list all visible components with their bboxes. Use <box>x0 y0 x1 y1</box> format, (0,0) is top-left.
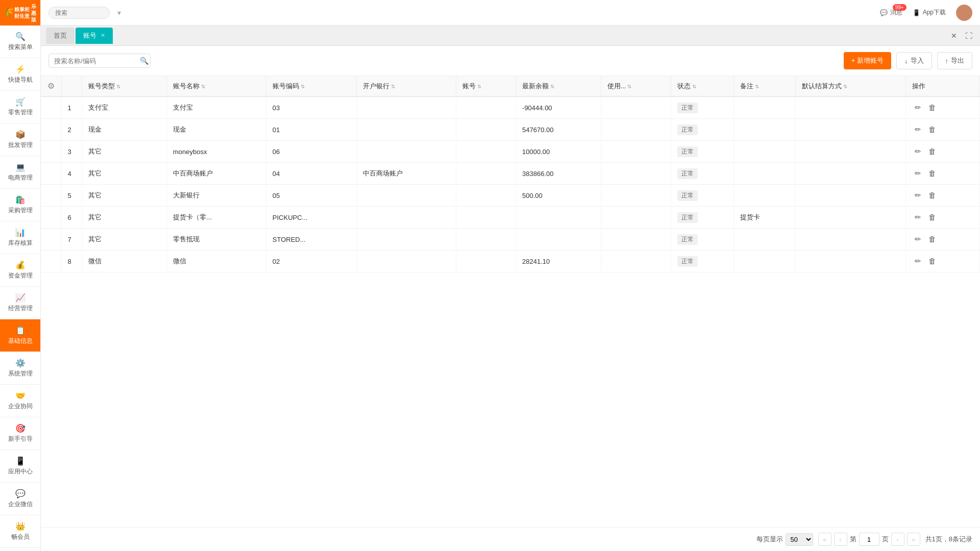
app-download-button[interactable]: 📱 App下载 <box>913 8 946 17</box>
prev-page-button[interactable]: ‹ <box>834 533 847 546</box>
row-account-no <box>456 119 516 141</box>
edit-button[interactable]: ✏ <box>912 146 924 157</box>
sidebar-item-retail-mgmt[interactable]: 🛒零售管理 <box>0 91 40 123</box>
enterprise-agreement-label: 企业协同 <box>8 403 33 410</box>
sidebar-item-enterprise-wechat[interactable]: 💬企业微信 <box>0 483 40 515</box>
edit-button[interactable]: ✏ <box>912 102 924 113</box>
sidebar-item-member[interactable]: 👑畅会员 <box>0 515 40 548</box>
edit-button[interactable]: ✏ <box>912 256 924 267</box>
delete-button[interactable]: 🗑 <box>926 168 939 179</box>
purchase-mgmt-icon: 🛍️ <box>3 195 38 205</box>
edit-button[interactable]: ✏ <box>912 168 924 179</box>
row-account-code: 02 <box>266 251 356 272</box>
top-search-input[interactable] <box>48 7 110 19</box>
row-remark: 提货卡 <box>734 207 796 229</box>
edit-button[interactable]: ✏ <box>912 234 924 245</box>
sidebar-item-new-guide[interactable]: 🎯新手引导 <box>0 417 40 450</box>
tab-fullscreen-button[interactable]: ⛶ <box>963 30 975 42</box>
sidebar-item-finance-mgmt[interactable]: 💰资金管理 <box>0 254 40 287</box>
bank-col-header[interactable]: 开户银行⇅ <box>356 76 456 96</box>
default-settlement-col-header[interactable]: 默认结算方式⇅ <box>796 76 906 96</box>
tab-home[interactable]: 首页 <box>46 28 75 44</box>
topbar-left: ▾ <box>48 7 121 19</box>
app-download-label: App下载 <box>923 8 946 17</box>
message-button[interactable]: 💬 消息 99+ <box>880 8 902 17</box>
edit-button[interactable]: ✏ <box>912 212 924 223</box>
remark-col-header[interactable]: 备注⇅ <box>734 76 796 96</box>
sort-icon: ⇅ <box>201 84 205 89</box>
edit-button[interactable]: ✏ <box>912 124 924 135</box>
settings-col-header[interactable]: ⚙ <box>41 76 61 96</box>
toolbar-buttons: + 新增账号 ↓ 导入 ↑ 导出 <box>844 52 972 69</box>
row-bank <box>356 185 456 207</box>
status-badge: 正常 <box>677 190 698 201</box>
table-row: 4 其它 中百商场账户 04 中百商场账户 383866.00 正常 ✏ 🗑 <box>41 163 980 185</box>
delete-button[interactable]: 🗑 <box>926 102 939 113</box>
usage-col-header[interactable]: 使用...⇅ <box>601 76 671 96</box>
column-settings-icon[interactable]: ⚙ <box>47 82 55 90</box>
balance-col-header[interactable]: 最新余额⇅ <box>516 76 601 96</box>
row-account-name: 中百商场账户 <box>166 163 266 185</box>
delete-button[interactable]: 🗑 <box>926 212 939 222</box>
delete-button[interactable]: 🗑 <box>926 146 939 157</box>
accounts-table: ⚙ 账号类型⇅ 账号名称⇅ 账号编码⇅ 开户银行⇅ 账号⇅ 最新余额⇅ 使用..… <box>41 76 980 272</box>
table-row: 5 其它 大新银行 05 500.00 正常 ✏ 🗑 <box>41 185 980 207</box>
delete-button[interactable]: 🗑 <box>926 256 939 266</box>
sidebar-item-quick-nav[interactable]: ⚡快捷导航 <box>0 58 40 91</box>
sidebar-item-purchase-mgmt[interactable]: 🛍️采购管理 <box>0 189 40 221</box>
delete-button[interactable]: 🗑 <box>926 124 939 135</box>
row-bank <box>356 96 456 119</box>
export-icon: ↑ <box>945 57 949 65</box>
first-page-button[interactable]: « <box>818 533 831 546</box>
sidebar-item-wholesale-mgmt[interactable]: 📦批发管理 <box>0 123 40 156</box>
account-type-col-header[interactable]: 账号类型⇅ <box>82 76 166 96</box>
row-settings <box>41 185 61 207</box>
status-col-header[interactable]: 状态⇅ <box>671 76 734 96</box>
tab-close-all-button[interactable]: ✕ <box>948 30 960 42</box>
row-account-no <box>456 207 516 229</box>
sidebar-item-operation-mgmt[interactable]: 📈经营管理 <box>0 287 40 319</box>
account-name-col-header[interactable]: 账号名称⇅ <box>166 76 266 96</box>
sidebar-item-enterprise-agreement[interactable]: 🤝企业协同 <box>0 385 40 417</box>
row-account-no <box>456 163 516 185</box>
sidebar-item-app-center[interactable]: 📱应用中心 <box>0 450 40 483</box>
row-index: 6 <box>61 207 82 229</box>
sidebar-item-basic-info[interactable]: 📋基础信息 <box>0 319 40 352</box>
page-input[interactable] <box>859 533 879 546</box>
row-status: 正常 <box>671 96 734 119</box>
search-icon[interactable]: 🔍 <box>140 57 149 65</box>
sort-icon: ⇅ <box>391 84 395 89</box>
tab-close-account[interactable]: ✕ <box>101 32 105 39</box>
delete-button[interactable]: 🗑 <box>926 190 939 201</box>
row-account-code: 01 <box>266 119 356 141</box>
dropdown-icon[interactable]: ▾ <box>117 9 121 17</box>
row-settings <box>41 207 61 229</box>
export-button[interactable]: ↑ 导出 <box>937 52 973 69</box>
tab-actions: ✕ ⛶ <box>948 30 975 42</box>
row-usage <box>601 207 671 229</box>
new-guide-label: 新手引导 <box>8 435 33 442</box>
delete-button[interactable]: 🗑 <box>926 234 939 244</box>
import-button[interactable]: ↓ 导入 <box>896 52 932 69</box>
sidebar-item-ecommerce-mgmt[interactable]: 💻电商管理 <box>0 156 40 189</box>
next-page-button[interactable]: › <box>891 533 904 546</box>
sidebar-item-inventory-check[interactable]: 📊库存核算 <box>0 221 40 254</box>
row-account-no <box>456 141 516 163</box>
sidebar-item-search-menu[interactable]: 🔍搜索菜单 <box>0 26 40 58</box>
last-page-button[interactable]: » <box>907 533 920 546</box>
account-code-col-header[interactable]: 账号编码⇅ <box>266 76 356 96</box>
search-input[interactable] <box>54 57 140 65</box>
sort-icon: ⇅ <box>627 84 631 89</box>
sidebar-item-system-mgmt[interactable]: ⚙️系统管理 <box>0 352 40 385</box>
page-size-dropdown[interactable]: 50 100 200 <box>786 533 813 546</box>
row-actions: ✏ 🗑 <box>905 119 979 141</box>
message-icon: 💬 <box>880 9 888 16</box>
row-account-name: 大新银行 <box>166 185 266 207</box>
user-avatar[interactable] <box>956 5 972 21</box>
edit-button[interactable]: ✏ <box>912 190 924 201</box>
account-no-col-header[interactable]: 账号⇅ <box>456 76 516 96</box>
add-account-button[interactable]: + 新增账号 <box>844 52 891 69</box>
member-label: 畅会员 <box>11 533 30 540</box>
tab-account[interactable]: 账号✕ <box>76 28 113 44</box>
status-badge: 正常 <box>677 146 698 157</box>
